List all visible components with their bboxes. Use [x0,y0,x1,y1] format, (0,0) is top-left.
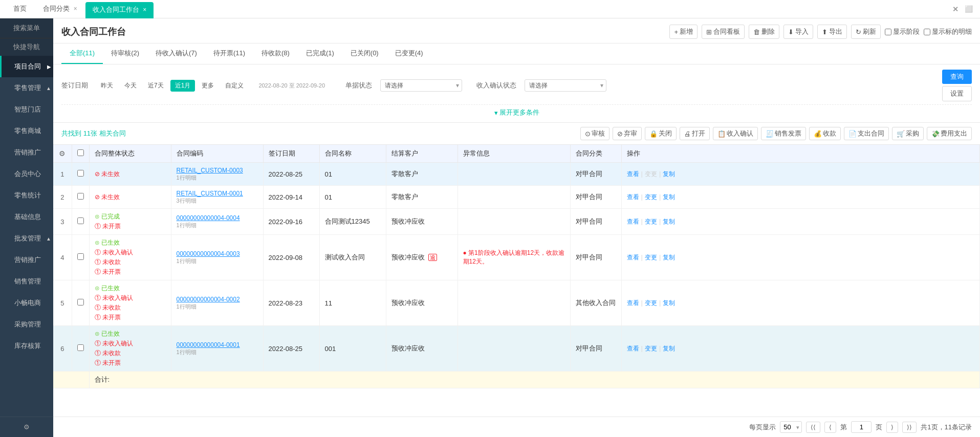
show-stage-checkbox[interactable]: 显示阶段 [885,27,920,36]
row-checkbox[interactable] [72,235,89,280]
row-checkbox[interactable] [72,209,89,235]
sidebar-item-purchase[interactable]: 采购管理 [0,314,53,335]
copy-btn[interactable]: 复制 [663,217,675,226]
quick-btn-7days[interactable]: 近7天 [143,80,168,92]
sales-invoice-button[interactable]: 🧾 销售发票 [761,127,806,140]
payment-button[interactable]: 💰 收款 [809,127,841,140]
edit-btn[interactable]: 变更 [645,217,657,226]
expand-more-btn[interactable]: ▾ 展开更多条件 [494,108,539,117]
quick-btn-today[interactable]: 今天 [120,80,141,92]
page-number-input[interactable] [851,421,872,433]
view-btn[interactable]: 查看 [627,170,639,179]
doc-status-select[interactable]: 请选择 [380,79,462,92]
close-window-icon[interactable]: ✕ [948,5,963,13]
contract-link[interactable]: RETAIL_CUSTOM-0003 [177,167,243,174]
sidebar-item-retail-stats[interactable]: 零售统计 [0,185,53,206]
audit-button[interactable]: ⊙ 审核 [580,127,609,140]
tab-pending-invoice[interactable]: 待开票(11) [205,43,253,64]
import-button[interactable]: ⬇ 导入 [783,25,813,39]
view-btn[interactable]: 查看 [627,344,639,353]
tab-pending-payment[interactable]: 待收款(8) [253,43,298,64]
sidebar-item-marketing[interactable]: 营销推广 [0,142,53,163]
cancel-audit-button[interactable]: ⊘ 弃审 [613,127,642,140]
sidebar-item-marketing2[interactable]: 营销推广 [0,249,53,271]
per-page-select[interactable]: 50 [780,421,802,433]
contract-link[interactable]: 00000000000004-0004 [177,214,240,222]
tab-pending-confirm[interactable]: 待收入确认(7) [147,43,205,64]
close-tab-income-contract[interactable]: × [143,6,146,13]
view-btn[interactable]: 查看 [627,253,639,262]
edit-btn[interactable]: 变更 [645,193,657,202]
last-page-btn[interactable]: ⟩⟩ [902,422,917,433]
sidebar-item-ecommerce[interactable]: 小畅电商 [0,292,53,314]
open-button[interactable]: 🖨 打开 [680,127,710,140]
view-btn[interactable]: 查看 [627,217,639,226]
sidebar-item-base-info[interactable]: 基础信息 [0,206,53,228]
row-checkbox[interactable] [72,280,89,326]
edit-btn[interactable]: 变更 [645,253,657,262]
edit-btn[interactable]: 变更 [645,299,657,308]
contract-link[interactable]: 00000000000004-0003 [177,250,240,257]
copy-btn[interactable]: 复制 [663,170,675,179]
first-page-btn[interactable]: ⟨⟨ [806,422,820,433]
settings-icon[interactable]: ⚙ [59,149,66,158]
sidebar-item-member[interactable]: 会员中心 [0,163,53,185]
sidebar-item-inventory[interactable]: 库存核算 [0,335,53,357]
row-checkbox[interactable] [72,326,89,372]
edit-btn[interactable]: 变更 [645,344,657,353]
th-checkbox[interactable] [72,145,89,163]
sidebar-item-wholesale[interactable]: 批发管理 ▲ [0,228,53,249]
tab-closed[interactable]: 已关闭(0) [342,43,387,64]
close-contract-button[interactable]: 🔒 关闭 [645,127,677,140]
kanban-button[interactable]: ⊞ 合同看板 [702,25,745,39]
tab-changed[interactable]: 已变更(4) [387,43,431,64]
next-page-btn[interactable]: ⟩ [886,422,898,433]
purchase-button[interactable]: 🛒 采购 [892,127,924,140]
income-confirm-button[interactable]: 📋 收入确认 [713,127,758,140]
view-btn[interactable]: 查看 [627,299,639,308]
refresh-button[interactable]: ↻ 刷新 [851,25,881,39]
tab-income-contract[interactable]: 收入合同工作台 × [85,2,154,18]
th-settings[interactable]: ⚙ [53,145,72,163]
select-all-checkbox[interactable] [77,149,84,156]
sidebar-item-sales-mgmt[interactable]: 销售管理 [0,271,53,292]
sidebar-item-retail-mgmt[interactable]: 零售管理 ▲ [0,77,53,99]
sidebar-item-project-contract[interactable]: 项目合同 ▶ [0,56,53,77]
prev-page-btn[interactable]: ⟨ [824,422,836,433]
contract-link[interactable]: 00000000000004-0001 [177,341,240,348]
quick-btn-more[interactable]: 更多 [197,80,219,92]
copy-btn[interactable]: 复制 [663,344,675,353]
query-button[interactable]: 查询 [942,70,972,84]
sidebar-settings[interactable]: ⚙ [0,417,53,437]
row-checkbox[interactable] [72,163,89,186]
copy-btn[interactable]: 复制 [663,193,675,202]
expense-contract-button[interactable]: 📄 支出合同 [844,127,889,140]
copy-btn[interactable]: 复制 [663,299,675,308]
sidebar-item-retail-mall[interactable]: 零售商城 [0,120,53,142]
row-checkbox[interactable] [72,186,89,209]
maximize-icon[interactable]: ⬜ [963,5,975,13]
expense-button[interactable]: 💸 费用支出 [927,127,972,140]
tab-pending-review[interactable]: 待审核(2) [103,43,147,64]
quick-btn-custom[interactable]: 自定义 [221,80,248,92]
income-confirm-select[interactable]: 请选择 [525,79,606,92]
sidebar-quick-nav[interactable]: 快捷导航 [0,38,53,56]
add-button[interactable]: + 新增 [669,25,698,39]
contract-link[interactable]: 00000000000004-0002 [177,296,240,303]
contract-link[interactable]: RETAIL_CUSTOM-0001 [177,190,243,197]
tab-completed[interactable]: 已完成(1) [298,43,342,64]
tab-contract-category[interactable]: 合同分类 × [35,0,85,18]
show-detail-checkbox[interactable]: 显示标的明细 [924,27,972,36]
tab-home[interactable]: 首页 [5,0,35,18]
edit-btn[interactable]: 变更 [645,170,657,179]
close-tab-contract-category[interactable]: × [74,5,77,12]
quick-btn-yesterday[interactable]: 昨天 [96,80,118,92]
copy-btn[interactable]: 复制 [663,253,675,262]
sidebar-search[interactable]: 搜索菜单 [0,18,53,38]
setting-button[interactable]: 设置 [942,86,972,101]
tab-all[interactable]: 全部(11) [61,43,103,64]
export-button[interactable]: ⬆ 导出 [817,25,847,39]
delete-button[interactable]: 🗑 删除 [749,25,779,39]
view-btn[interactable]: 查看 [627,193,639,202]
sidebar-item-smart-store[interactable]: 智慧门店 [0,99,53,120]
